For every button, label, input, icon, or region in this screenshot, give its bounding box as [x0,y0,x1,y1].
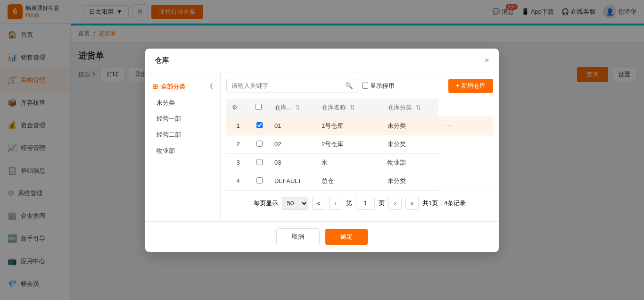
row-category: 物业部 [382,153,438,172]
th-category: 仓库分类 ⇅ [382,99,438,117]
category-item-uncat[interactable]: 未分类 [145,95,220,111]
confirm-button[interactable]: 确定 [325,229,368,245]
row-name: 总仓 [316,172,382,190]
sort-code-icon[interactable]: ⇅ [295,104,300,111]
category-item-ops1[interactable]: 经营一部 [145,111,220,127]
row-code: DEFAULT [269,172,316,190]
table-row[interactable]: 1 01 1号仓库 未分类 ··· [226,117,493,135]
search-box: 🔍 [226,79,358,92]
th-code: 仓库... ⇅ [269,99,316,117]
sort-cat-icon[interactable]: ⇅ [416,104,421,111]
row-category: 未分类 [382,172,438,190]
category-sidebar: ⊞ 全部分类 《 未分类经营一部经营二部物业部 [145,73,221,221]
warehouse-modal: 仓库 × ⊞ 全部分类 《 未分类经营一部经营二部物业部 🔍 [145,49,499,252]
select-all-checkbox[interactable] [256,104,262,110]
table-row[interactable]: 3 03 水 物业部 [226,153,493,172]
row-code: 03 [269,153,316,172]
row-num: 3 [226,153,250,172]
th-settings: ⚙ [226,99,250,117]
show-disabled-label[interactable]: 显示停用 [362,82,395,90]
sort-name-icon[interactable]: ⇅ [350,104,355,111]
modal-close-button[interactable]: × [484,56,489,65]
modal-footer: 取消 确定 [145,221,499,252]
row-action[interactable]: ··· [438,117,493,135]
row-check[interactable] [250,172,269,190]
last-page-button[interactable]: » [405,197,419,210]
category-item-ops2[interactable]: 经营二部 [145,127,220,143]
row-category: 未分类 [382,117,438,135]
table-row[interactable]: 2 02 2号仓库 未分类 [226,135,493,153]
pagination: 每页显示 50 10 20 100 « ‹ 第 页 › » 共1页，4条记录 [226,191,493,216]
next-page-button[interactable]: › [388,197,402,210]
modal-title: 仓库 [155,56,169,65]
row-name: 水 [316,153,382,172]
page-size-select[interactable]: 50 10 20 100 [282,197,308,210]
page-label: 第 [346,199,352,208]
prev-page-button[interactable]: ‹ [329,197,342,210]
modal-header: 仓库 × [145,49,499,73]
row-name: 1号仓库 [316,117,382,135]
cat-all-label: 全部分类 [161,83,185,91]
warehouse-table: ⚙ 仓库... ⇅ 仓库名称 ⇅ [226,99,493,191]
row-num: 2 [226,135,250,153]
modal-overlay: 仓库 × ⊞ 全部分类 《 未分类经营一部经营二部物业部 🔍 [0,0,644,300]
cancel-button[interactable]: 取消 [276,228,320,245]
row-num: 4 [226,172,250,190]
collapse-icon[interactable]: 《 [206,83,213,91]
category-all-header[interactable]: ⊞ 全部分类 《 [145,79,220,95]
modal-body: ⊞ 全部分类 《 未分类经营一部经营二部物业部 🔍 显示停用 [145,73,499,221]
search-button[interactable]: 🔍 [340,79,358,92]
row-check[interactable] [250,117,269,135]
add-warehouse-button[interactable]: + 新增仓库 [448,79,493,93]
search-input[interactable] [227,79,340,92]
first-page-button[interactable]: « [312,197,325,210]
th-name: 仓库名称 ⇅ [316,99,382,117]
page-size-label: 每页显示 [254,199,278,208]
page-end-label: 页 [379,199,385,208]
page-number-input[interactable] [356,197,375,210]
table-area: 🔍 显示停用 + 新增仓库 ⚙ [221,73,499,221]
row-name: 2号仓库 [316,135,382,153]
row-code: 01 [269,117,316,135]
row-category: 未分类 [382,135,438,153]
table-header-row: ⚙ 仓库... ⇅ 仓库名称 ⇅ [226,99,493,117]
row-code: 02 [269,135,316,153]
total-info: 共1页，4条记录 [422,199,466,208]
show-disabled-checkbox[interactable] [362,83,368,89]
table-toolbar: 🔍 显示停用 + 新增仓库 [226,79,493,93]
category-item-property[interactable]: 物业部 [145,143,220,159]
row-num: 1 [226,117,250,135]
th-check [250,99,269,117]
row-check[interactable] [250,135,269,153]
row-check[interactable] [250,153,269,172]
grid-icon: ⊞ [153,83,158,90]
table-row[interactable]: 4 DEFAULT 总仓 未分类 [226,172,493,190]
